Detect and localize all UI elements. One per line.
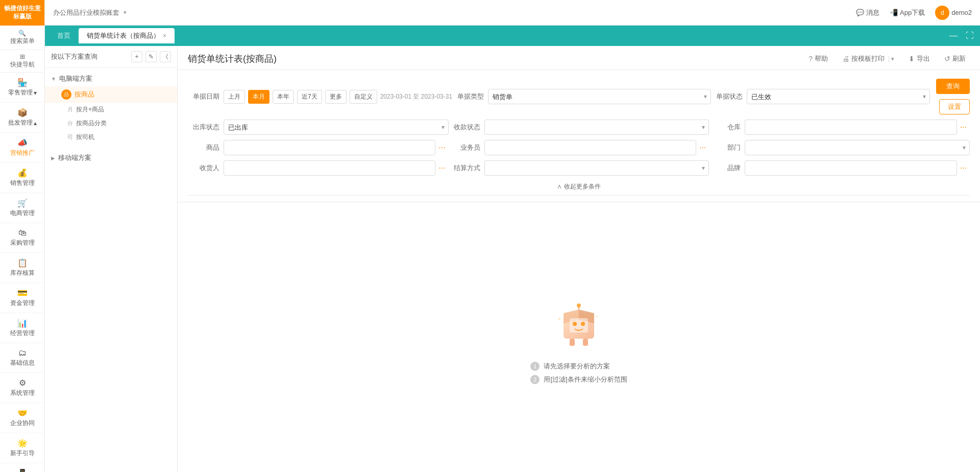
sidebar-item-finance[interactable]: 💳 资金管理: [0, 283, 44, 313]
salesperson-label: 业务员: [449, 143, 484, 152]
receiver-control: ···: [224, 160, 449, 176]
print-dropdown-icon[interactable]: ▾: [889, 56, 894, 62]
tree-arrow-icon: ▼: [51, 76, 56, 82]
finance-icon: 💳: [2, 288, 42, 298]
add-scheme-btn[interactable]: +: [131, 51, 142, 62]
main-area: 办公用品行业模拟账套 ▾ 💬 消息 📲 App下载 d demo2 首页: [45, 0, 980, 472]
collapse-left-btn[interactable]: 《: [160, 51, 171, 62]
tab-minimize-btn[interactable]: —: [947, 30, 960, 41]
settlement-select[interactable]: [484, 160, 709, 176]
help-btn[interactable]: ? 帮助: [804, 52, 832, 65]
query-btn[interactable]: 查询: [936, 79, 970, 94]
export-btn[interactable]: ⬇ 导出: [904, 52, 934, 65]
tip-num-2: 2: [530, 375, 540, 384]
sidebar-item-appstore[interactable]: 📱 应用中心: [0, 463, 44, 472]
salesperson-input[interactable]: [484, 140, 696, 155]
svg-point-5: [577, 303, 581, 308]
brand-more-btn[interactable]: ···: [957, 163, 970, 173]
sidebar-item-operation[interactable]: 📊 经营管理: [0, 313, 44, 343]
out-status-select[interactable]: 已出库: [224, 120, 449, 135]
collapse-more-btn[interactable]: ∧ 收起更多条件: [188, 178, 970, 196]
warehouse-input[interactable]: [745, 120, 957, 135]
last-month-btn[interactable]: 上月: [224, 90, 245, 104]
goods-input[interactable]: [224, 140, 435, 155]
tab-sales-stats[interactable]: 销货单统计表（按商品） ×: [79, 28, 175, 43]
more-btn[interactable]: 更多: [325, 90, 347, 104]
tree-child-by-goods[interactable]: 品 按商品: [45, 86, 177, 103]
page-title: 销货单统计表(按商品): [188, 53, 277, 65]
doc-status-select[interactable]: 已生效: [747, 89, 930, 104]
department-control: [745, 140, 970, 155]
this-year-btn[interactable]: 本年: [273, 90, 294, 104]
brand-input[interactable]: [745, 160, 957, 176]
tab-maximize-btn[interactable]: ⛶: [964, 30, 976, 41]
goods-control: ···: [224, 140, 449, 155]
department-select-wrapper: [745, 140, 970, 155]
app-download-btn[interactable]: 📲 App下载: [890, 8, 925, 17]
breadcrumb-dropdown-icon[interactable]: ▾: [124, 9, 127, 16]
goods-scheme-icon: 品: [61, 89, 71, 100]
sub-item-driver[interactable]: 司 按司机: [45, 130, 177, 144]
sidebar-item-guide[interactable]: 🌟 新手引导: [0, 433, 44, 463]
sidebar-item-inventory[interactable]: 📋 库存核算: [0, 253, 44, 283]
last7-btn[interactable]: 近7天: [297, 90, 322, 104]
settlement-select-wrapper: [484, 160, 709, 176]
export-icon: ⬇: [909, 55, 915, 63]
tree-parent-pc[interactable]: ▼ 电脑端方案: [45, 71, 177, 86]
tree-parent-mobile[interactable]: ▶ 移动端方案: [45, 150, 177, 166]
tab-close-btn[interactable]: ×: [163, 33, 166, 39]
empty-state: ✦ ✦ ✦ 1 请先选择要分析的方案 2 用[过滤]条件来缩小分析范围: [178, 202, 980, 472]
filter-row-1: 单据日期 上月 本月 本年 近7天 更多 自定义 2023-03-01 至 20…: [188, 76, 970, 117]
left-panel-title: 按以下方案查询: [51, 52, 97, 61]
receiver-input[interactable]: [224, 160, 435, 176]
message-icon: 💬: [856, 9, 864, 16]
sidebar-item-system[interactable]: ⚙ 系统管理: [0, 373, 44, 403]
sidebar-item-retail[interactable]: 🏪 零售管理 ▾: [0, 73, 44, 103]
message-btn[interactable]: 💬 消息: [856, 8, 879, 17]
setting-btn[interactable]: 设置: [939, 99, 970, 114]
warehouse-more-btn[interactable]: ···: [957, 123, 970, 132]
sidebar-item-enterprise[interactable]: 🤝 企业协同: [0, 403, 44, 433]
print-icon: 🖨: [842, 55, 849, 63]
out-status-label: 出库状态: [188, 123, 224, 132]
user-menu[interactable]: d demo2: [935, 6, 972, 20]
department-select[interactable]: [745, 140, 970, 155]
template-print-btn[interactable]: 🖨 按模板打印 ▾: [838, 52, 898, 65]
receiver-more-btn[interactable]: ···: [435, 163, 448, 173]
sidebar-item-basic[interactable]: 🗂 基础信息: [0, 343, 44, 373]
sub-item-month-goods[interactable]: 月 按月+商品: [45, 103, 177, 116]
sidebar-item-purchase[interactable]: 🛍 采购管理: [0, 223, 44, 253]
doc-status-label: 单据状态: [711, 92, 747, 101]
doc-type-control: 销货单: [488, 89, 711, 104]
right-panel: 销货单统计表(按商品) ? 帮助 🖨 按模板打印 ▾ ⬇ 导出: [178, 46, 980, 472]
goods-more-btn[interactable]: ···: [435, 143, 448, 152]
mobile-tree-arrow-icon: ▶: [51, 155, 55, 161]
tab-bar: 首页 销货单统计表（按商品） × — ⛶: [45, 26, 980, 46]
salesperson-control: ···: [484, 140, 709, 155]
sub-item-category[interactable]: 分 按商品分类: [45, 116, 177, 130]
tab-home[interactable]: 首页: [49, 28, 79, 43]
search-menu-item[interactable]: 🔍 搜索菜单: [0, 26, 44, 50]
operation-icon: 📊: [2, 318, 42, 328]
empty-tip-1: 1 请先选择要分析的方案: [530, 362, 627, 371]
custom-btn[interactable]: 自定义: [350, 90, 377, 104]
doc-status-control: 已生效: [747, 89, 930, 104]
sidebar-item-wholesale[interactable]: 📦 批发管理 ▴: [0, 103, 44, 133]
quick-nav-item[interactable]: ⊞ 快捷导航: [0, 50, 44, 73]
filter-section: 单据日期 上月 本月 本年 近7天 更多 自定义 2023-03-01 至 20…: [178, 70, 980, 202]
filter-cell-goods: 商品 ···: [188, 137, 449, 158]
guide-icon: 🌟: [2, 438, 42, 448]
edit-scheme-btn[interactable]: ✎: [145, 51, 157, 62]
filter-cell-brand: 品牌 ···: [709, 158, 970, 178]
brand-label: 品牌: [709, 163, 745, 173]
sidebar-item-ecommerce[interactable]: 🛒 电商管理: [0, 193, 44, 223]
sidebar-item-sales[interactable]: 💰 销售管理: [0, 163, 44, 193]
salesperson-more-btn[interactable]: ···: [696, 143, 709, 152]
sidebar-item-marketing[interactable]: 📣 营销推广: [0, 133, 44, 163]
sub-icon-2: 分: [67, 120, 73, 127]
refresh-btn[interactable]: ↺ 刷新: [940, 52, 970, 65]
pay-status-select[interactable]: [484, 120, 709, 135]
doc-type-select[interactable]: 销货单: [488, 89, 711, 104]
refresh-icon: ↺: [944, 55, 950, 63]
this-month-btn[interactable]: 本月: [248, 90, 270, 104]
